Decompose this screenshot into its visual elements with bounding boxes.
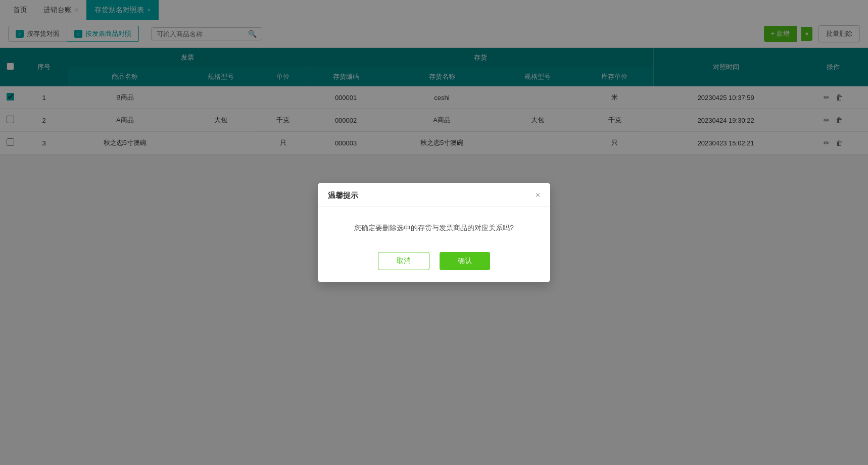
dialog-overlay: 温馨提示 × 您确定要删除选中的存货与发票商品的对应关系吗? 取消 确认 [0, 0, 868, 154]
